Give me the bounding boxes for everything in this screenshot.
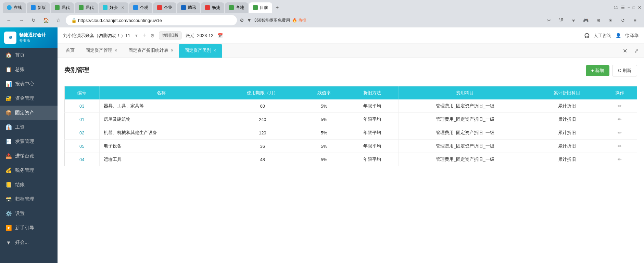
sidebar-item-settings[interactable]: ⚙️ 设置 xyxy=(0,206,58,221)
cell-edit-4[interactable]: ✏ xyxy=(602,153,637,166)
browser-tab-3[interactable]: 易代 xyxy=(51,2,74,13)
toolbar-actions: ✂ 译 ¥ 🎮 ⊞ ☀ ↺ ≡ xyxy=(544,15,640,25)
tab-close-5[interactable]: ✕ xyxy=(121,5,124,10)
support-icon: 🎧 xyxy=(584,33,590,38)
url-input[interactable]: 🔒 https://cloud.chanjet.com/accounting/u… xyxy=(66,15,237,25)
browser-tab-8[interactable]: 腾讯 xyxy=(177,2,200,13)
reload-button[interactable]: ↻ xyxy=(29,15,38,25)
site-settings-icon[interactable]: ⚙ xyxy=(240,17,244,23)
cell-edit-2[interactable]: ✏ xyxy=(602,126,637,140)
expand-icon[interactable]: ▼ xyxy=(247,17,252,23)
tab-extra-controls: 11 ☰ − □ ✕ xyxy=(614,5,641,10)
settings-icon: ⚙️ xyxy=(5,211,12,217)
tab-close-category[interactable]: ✕ xyxy=(213,48,216,53)
support-label[interactable]: 人工咨询 xyxy=(594,33,611,39)
dropdown-arrow-icon[interactable]: ▼ xyxy=(134,33,138,38)
tab-depreciation[interactable]: 固定资产折旧统计表 ✕ xyxy=(123,44,179,58)
close-window-icon[interactable]: ✕ xyxy=(638,5,641,10)
sidebar-item-tax[interactable]: 💰 税务管理 xyxy=(0,163,58,178)
sidebar-item-home[interactable]: 🏠 首页 xyxy=(0,48,58,62)
browser-tab-6[interactable]: 个税 xyxy=(129,2,152,13)
tab-close-depreciation[interactable]: ✕ xyxy=(171,48,174,53)
sidebar-item-fixed-assets[interactable]: 📦 固定资产 xyxy=(0,106,58,120)
edit-icon-2[interactable]: ✏ xyxy=(618,130,622,135)
bookmark-button[interactable]: ☆ xyxy=(53,15,63,25)
translate-icon[interactable]: 译 xyxy=(556,15,566,25)
add-account-button[interactable]: + xyxy=(142,32,146,39)
tab-close-fixed-asset-mgmt[interactable]: ✕ xyxy=(114,48,117,53)
gear-settings-icon[interactable]: ⚙ xyxy=(150,33,155,38)
home-button[interactable]: 🏠 xyxy=(41,15,51,25)
cell-id-0[interactable]: 03 xyxy=(65,99,100,113)
refresh-button[interactable]: C 刷新 xyxy=(612,65,637,76)
edit-icon-3[interactable]: ✏ xyxy=(618,143,622,149)
archive-icon: 🗃️ xyxy=(5,196,12,202)
cell-edit-3[interactable]: ✏ xyxy=(602,140,637,153)
sidebar-item-ledger[interactable]: 📋 总账 xyxy=(0,62,58,77)
coin-icon[interactable]: ¥ xyxy=(569,15,578,25)
funds-icon: 🔐 xyxy=(5,95,12,101)
guide-icon: ▶️ xyxy=(5,225,12,231)
sun-icon[interactable]: ☀ xyxy=(606,15,615,25)
browser-tab-9[interactable]: 畅捷 xyxy=(201,2,224,13)
cell-expense-3: 管理费用_固定资产折旧_一级 xyxy=(399,140,532,153)
table-header-row: 编号 名称 使用期限（月） 残值率 折旧方法 费用科目 累计折旧科目 操作 xyxy=(65,86,637,100)
cut-icon[interactable]: ✂ xyxy=(544,15,554,25)
close-tab-button[interactable]: ✕ xyxy=(620,46,630,56)
add-button[interactable]: + 新增 xyxy=(586,65,609,76)
switch-version-button[interactable]: 切到旧版 xyxy=(159,32,181,39)
calendar-icon[interactable]: 📅 xyxy=(217,33,223,38)
cell-id-1[interactable]: 01 xyxy=(65,113,100,126)
sidebar-item-invoices[interactable]: 🧾 发票管理 xyxy=(0,134,58,149)
browser-tab-1[interactable]: 在线 xyxy=(3,2,26,13)
table-row: 03 器具、工具、家具等 60 5% 年限平均 管理费用_固定资产折旧_一级 累… xyxy=(65,99,637,113)
sidebar-item-guide[interactable]: ▶️ 新手引导 xyxy=(0,221,58,235)
menu-icon[interactable]: ≡ xyxy=(630,15,640,25)
sidebar-item-inventory[interactable]: 📤 进销台账 xyxy=(0,149,58,163)
tab-category[interactable]: 固定资产类别 ✕ xyxy=(179,44,222,58)
minimize-icon[interactable]: − xyxy=(628,5,630,10)
cell-edit-1[interactable]: ✏ xyxy=(602,113,637,126)
cell-name-0: 器具、工具、家具等 xyxy=(99,99,223,113)
tab-home[interactable]: 首页 xyxy=(60,44,80,58)
sidebar-item-more[interactable]: ▼ 好会... xyxy=(0,235,58,250)
cell-residual-4: 5% xyxy=(302,153,346,166)
cell-id-3[interactable]: 05 xyxy=(65,140,100,153)
tab-menu-icon[interactable]: ☰ xyxy=(621,5,625,10)
sidebar-item-reports[interactable]: 📊 报表中心 xyxy=(0,77,58,91)
game-icon[interactable]: 🎮 xyxy=(581,15,591,25)
forward-button[interactable]: → xyxy=(16,15,26,25)
browser-chrome: 在线 新版 易代 易代 好会 ✕ 个税 企业 腾讯 xyxy=(0,0,644,27)
new-tab-button[interactable]: + xyxy=(273,3,281,12)
browser-tab-4[interactable]: 易代 xyxy=(75,2,98,13)
col-header-accumulated: 累计折旧科目 xyxy=(532,86,602,100)
reports-icon: 📊 xyxy=(5,81,12,87)
sidebar-item-payroll[interactable]: 👔 工资 xyxy=(0,120,58,134)
browser-tab-2[interactable]: 新版 xyxy=(27,2,50,13)
browser-tab-5[interactable]: 好会 ✕ xyxy=(99,2,128,13)
browser-tab-7[interactable]: 企业 xyxy=(153,2,176,13)
cell-expense-2: 管理费用_固定资产折旧_一级 xyxy=(399,126,532,140)
tab-fixed-asset-mgmt[interactable]: 固定资产管理 ✕ xyxy=(80,44,123,58)
cell-method-2: 年限平均 xyxy=(346,126,399,140)
back-button[interactable]: ← xyxy=(4,15,14,25)
cell-id-4[interactable]: 04 xyxy=(65,153,100,166)
sidebar-item-settle[interactable]: 📒 结账 xyxy=(0,178,58,192)
browser-tab-11[interactable]: 目前 xyxy=(249,2,272,13)
edit-icon-4[interactable]: ✏ xyxy=(618,157,622,162)
cell-residual-3: 5% xyxy=(302,140,346,153)
undo-icon[interactable]: ↺ xyxy=(618,15,628,25)
grid-icon[interactable]: ⊞ xyxy=(593,15,603,25)
col-header-expense: 费用科目 xyxy=(399,86,532,100)
sidebar-item-archive[interactable]: 🗃️ 归档管理 xyxy=(0,192,58,206)
maximize-tab-button[interactable]: ⤢ xyxy=(631,46,641,56)
cell-edit-0[interactable]: ✏ xyxy=(602,99,637,113)
maximize-icon[interactable]: □ xyxy=(633,5,635,10)
edit-icon-1[interactable]: ✏ xyxy=(618,117,622,122)
cell-id-2[interactable]: 02 xyxy=(65,126,100,140)
edit-icon-0[interactable]: ✏ xyxy=(618,103,622,109)
cell-name-4: 运输工具 xyxy=(99,153,223,166)
sidebar-item-funds[interactable]: 🔐 资金管理 xyxy=(0,91,58,106)
browser-tab-10[interactable]: 各地 xyxy=(225,2,248,13)
more-icon: ▼ xyxy=(5,239,12,246)
